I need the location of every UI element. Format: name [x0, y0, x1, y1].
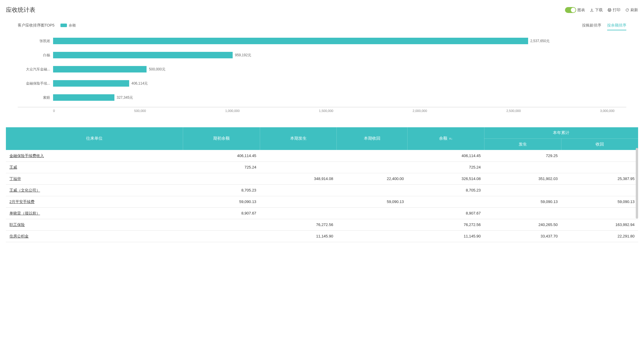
th-year-total: 本年累计 — [484, 127, 638, 139]
x-axis-tick: 2,500,000 — [506, 109, 521, 113]
table-cell-year_occur — [484, 184, 561, 196]
th-balance-label: 余额 — [439, 136, 447, 141]
bar-row: 白杨959,192元 — [53, 48, 615, 62]
table-cell-unit[interactable]: 住房公积金 — [6, 230, 183, 242]
table-cell-opening: 8,907.67 — [183, 207, 260, 219]
table-row: 住房公积金11,145.9011,145.9033,437.7022,291.8… — [6, 230, 638, 242]
print-icon — [607, 8, 612, 12]
th-opening[interactable]: 期初余额 — [183, 127, 260, 150]
bar-value-label: 959,192元 — [235, 53, 251, 58]
table-cell-opening: 406,114.45 — [183, 150, 260, 161]
table-cell-year_recover — [561, 150, 638, 161]
th-unit[interactable]: 往来单位 — [6, 127, 183, 150]
table-cell-year_recover: 163,992.94 — [561, 219, 638, 230]
table-cell-current_recover — [337, 161, 408, 173]
table-cell-balance: 406,114.45 — [408, 150, 484, 161]
table-cell-unit[interactable]: 丁福华 — [6, 173, 183, 184]
table-cell-unit[interactable]: 职工保险 — [6, 219, 183, 230]
bar-fill[interactable] — [53, 38, 528, 44]
table-cell-current_occur — [260, 196, 337, 207]
x-axis-tick: 0 — [53, 109, 55, 113]
chart-toggle[interactable]: 图表 — [565, 7, 585, 13]
toggle-switch-icon[interactable] — [565, 7, 576, 13]
scrollbar[interactable] — [636, 148, 638, 219]
bar-row: 金融保险手续...406,114元 — [53, 76, 615, 90]
table-cell-balance — [408, 196, 484, 207]
table-cell-balance: 8,705.23 — [408, 184, 484, 196]
table-cell-year_recover — [561, 184, 638, 196]
table-cell-year_recover: 59,090.13 — [561, 196, 638, 207]
table-cell-opening — [183, 219, 260, 230]
bar-row: 张凯淞2,537,650元 — [53, 34, 615, 48]
download-icon — [590, 8, 594, 12]
page-title: 应收统计表 — [6, 6, 35, 14]
table-cell-balance: 725.24 — [408, 161, 484, 173]
refresh-button[interactable]: 刷新 — [625, 7, 638, 13]
x-axis-tick: 1,500,000 — [319, 109, 334, 113]
refresh-label: 刷新 — [630, 7, 638, 13]
chart-x-axis: 0500,0001,000,0001,500,0002,000,0002,500… — [18, 107, 626, 113]
chart-area: 张凯淞2,537,650元白杨959,192元大众汽车金融...500,000元… — [18, 34, 626, 105]
table-cell-current_recover — [337, 219, 408, 230]
bar-value-label: 406,114元 — [132, 81, 148, 86]
bar-fill[interactable] — [53, 66, 147, 72]
table-cell-unit[interactable]: 金融保险手续费收入 — [6, 150, 183, 161]
table-cell-opening — [183, 173, 260, 184]
table-row: 金融保险手续费收入406,114.45406,114.45729.25 — [6, 150, 638, 161]
table-cell-balance: 8,907.67 — [408, 207, 484, 219]
print-label: 打印 — [613, 7, 620, 13]
print-button[interactable]: 打印 — [607, 7, 620, 13]
table-cell-balance: 76,272.56 — [408, 219, 484, 230]
bar-category-label: 白杨 — [18, 53, 50, 58]
th-current-recover[interactable]: 本期收回 — [337, 127, 408, 150]
th-balance[interactable]: 余额 ≡↓ — [408, 127, 484, 150]
table-cell-opening: 8,705.23 — [183, 184, 260, 196]
bar-value-label: 2,537,650元 — [530, 39, 550, 44]
bar-fill[interactable] — [53, 52, 233, 58]
legend-swatch-icon — [60, 24, 67, 27]
toolbar: 图表 下载 打印 刷新 — [565, 7, 638, 13]
th-current-occur[interactable]: 本期发生 — [260, 127, 337, 150]
table-cell-unit[interactable]: 王威（文化公司） — [6, 184, 183, 196]
table-row: 职工保险76,272.5676,272.56240,265.50163,992.… — [6, 219, 638, 230]
bar-row: 索赔327,345元 — [53, 90, 615, 105]
x-axis-tick: 500,000 — [134, 109, 146, 113]
table-cell-unit[interactable]: 单晓雷（接以前） — [6, 207, 183, 219]
chart-section: 客户应收排序图TOP5 余额 按账龄排序 按余额排序 张凯淞2,537,650元… — [6, 20, 638, 121]
table-cell-unit[interactable]: 2月平安手续费 — [6, 196, 183, 207]
table-cell-opening: 725.24 — [183, 161, 260, 173]
table-row: 单晓雷（接以前）8,907.678,907.67 — [6, 207, 638, 219]
bar-category-label: 张凯淞 — [18, 39, 50, 44]
table-cell-year_recover — [561, 207, 638, 219]
table-cell-current_occur: 348,914.08 — [260, 173, 337, 184]
table-cell-current_occur — [260, 184, 337, 196]
bar-fill[interactable] — [53, 94, 114, 101]
table-cell-year_occur: 33,437.70 — [484, 230, 561, 242]
tab-sort-by-age[interactable]: 按账龄排序 — [582, 23, 601, 30]
table-cell-current_recover: 22,400.00 — [337, 173, 408, 184]
table-row: 丁福华348,914.0822,400.00326,514.08351,902.… — [6, 173, 638, 184]
table-row: 王威（文化公司）8,705.238,705.23 — [6, 184, 638, 196]
table-row: 2月平安手续费59,090.1359,090.1359,090.1359,090… — [6, 196, 638, 207]
table-cell-unit[interactable]: 王威 — [6, 161, 183, 173]
refresh-icon — [625, 8, 629, 12]
table-cell-current_recover: 59,090.13 — [337, 196, 408, 207]
x-axis-tick: 2,000,000 — [413, 109, 427, 113]
table-cell-balance: 326,514.08 — [408, 173, 484, 184]
table-cell-current_occur: 76,272.56 — [260, 219, 337, 230]
tab-sort-by-balance[interactable]: 按余额排序 — [607, 23, 626, 30]
chart-toggle-label: 图表 — [577, 7, 585, 13]
table-cell-year_occur — [484, 207, 561, 219]
legend-item[interactable]: 余额 — [60, 23, 76, 28]
chart-subtitle: 客户应收排序图TOP5 — [18, 23, 55, 28]
svg-rect-2 — [609, 10, 610, 11]
bar-fill[interactable] — [53, 80, 129, 87]
table-section: 往来单位 期初余额 本期发生 本期收回 余额 ≡↓ 本年累计 发生 收回 金融保… — [6, 127, 638, 242]
table-cell-balance: 11,145.90 — [408, 230, 484, 242]
th-year-recover[interactable]: 收回 — [561, 139, 638, 150]
bar-row: 大众汽车金融...500,000元 — [53, 62, 615, 76]
download-button[interactable]: 下载 — [590, 7, 603, 13]
data-table: 往来单位 期初余额 本期发生 本期收回 余额 ≡↓ 本年累计 发生 收回 金融保… — [6, 127, 638, 242]
table-cell-current_occur — [260, 207, 337, 219]
th-year-occur[interactable]: 发生 — [484, 139, 561, 150]
